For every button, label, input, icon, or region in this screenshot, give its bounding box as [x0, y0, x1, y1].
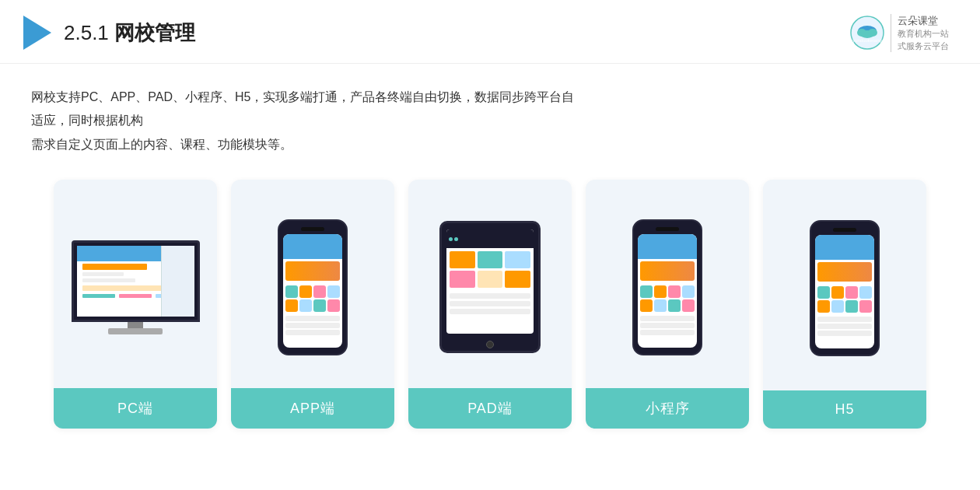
icon-dot [859, 286, 872, 299]
pad-image-area [408, 180, 572, 388]
icon-dot [668, 299, 681, 312]
phone-screen [283, 234, 342, 348]
pad-dot [454, 237, 458, 241]
pad-grid-item [478, 271, 503, 288]
miniprogram-image-area [586, 180, 749, 388]
phone-banner-h5 [817, 262, 872, 282]
card-pad-label: PAD端 [408, 388, 572, 429]
header: 2.5.1 网校管理 yunduoketang 云朵课堂 教育机构一站 [0, 0, 980, 64]
phone-list-item [640, 316, 695, 321]
icon-dot [845, 286, 858, 299]
app-mockup [278, 219, 348, 355]
pad-row [450, 293, 530, 299]
pad-row [450, 301, 530, 306]
card-app: APP端 [231, 180, 394, 429]
cards-section: PC端 [0, 164, 980, 452]
pc-bar2 [82, 272, 124, 276]
icon-dot [285, 299, 298, 312]
description-line2: 需求自定义页面上的内容、课程、功能模块等。 [31, 138, 292, 151]
page-title: 2.5.1 网校管理 [64, 19, 195, 47]
icon-dot [285, 285, 298, 298]
phone-screen-mini [638, 234, 697, 348]
icon-dot [640, 299, 653, 312]
title-main: 网校管理 [114, 21, 195, 44]
pad-grid-item [505, 271, 530, 288]
pad-grid-item [505, 251, 530, 268]
app-image-area [231, 180, 394, 388]
phone-icon-grid-mini [638, 283, 697, 314]
pc-mockup [72, 240, 200, 334]
brand-text: 云朵课堂 教育机构一站 式服务云平台 [891, 14, 949, 52]
phone-banner-mini [640, 261, 695, 281]
pc-bar3 [82, 278, 135, 282]
pc-screen-inner [77, 246, 194, 317]
description-block: 网校支持PC、APP、PAD、小程序、H5，实现多端打通，产品各终端自由切换，数… [0, 64, 607, 164]
pad-header [446, 229, 534, 248]
pad-mockup [439, 221, 541, 353]
phone-notch-h5 [833, 228, 856, 232]
phone-list-item [817, 331, 872, 336]
icon-dot [859, 300, 872, 313]
phone-notch-mini [656, 227, 679, 231]
description-line1: 网校支持PC、APP、PAD、小程序、H5，实现多端打通，产品各终端自由切换，数… [31, 90, 574, 127]
card-miniprogram: 小程序 [586, 180, 749, 429]
icon-dot [654, 299, 667, 312]
pc-screen-content [77, 246, 194, 317]
pad-grid-item [478, 251, 503, 268]
pc-base [108, 328, 163, 334]
pad-grid-item [450, 251, 475, 268]
brand-slogan: 教育机构一站 式服务云平台 [898, 28, 949, 52]
phone-screen-header-h5 [815, 235, 874, 260]
phone-screen-h5 [815, 235, 874, 348]
phone-icon-grid [283, 283, 342, 314]
h5-image-area [763, 180, 926, 390]
icon-dot [831, 286, 844, 299]
icon-dot [299, 299, 312, 312]
pc-sidebar [161, 246, 194, 317]
pad-home-button [486, 341, 494, 348]
icon-dot [668, 285, 681, 298]
pc-image-area [54, 180, 217, 388]
card-app-label: APP端 [231, 388, 394, 429]
icon-dot [654, 285, 667, 298]
pc-bar6 [119, 294, 152, 298]
pc-bar1 [82, 264, 147, 269]
brand-name: 云朵课堂 [898, 14, 949, 28]
card-pad: PAD端 [408, 180, 572, 429]
card-h5-label: H5 [763, 390, 926, 429]
brand-icon: yunduoketang [850, 16, 884, 50]
icon-dot [682, 285, 695, 298]
phone-list-item [285, 323, 340, 328]
card-miniprogram-label: 小程序 [586, 388, 749, 429]
phone-list-item [285, 330, 340, 335]
miniprogram-mockup [632, 219, 702, 355]
title-prefix: 2.5.1 [64, 21, 114, 44]
pc-screen-outer [72, 240, 200, 322]
phone-notch [301, 227, 324, 231]
icon-dot [327, 285, 340, 298]
pc-neck [128, 322, 143, 328]
phone-screen-header [283, 234, 342, 259]
svg-text:yunduoketang: yunduoketang [852, 38, 882, 43]
header-left: 2.5.1 网校管理 [23, 16, 195, 50]
icon-dot [313, 285, 326, 298]
icon-dot [640, 285, 653, 298]
pc-bar5 [82, 294, 115, 298]
phone-list-item [640, 330, 695, 335]
icon-dot [831, 300, 844, 313]
phone-banner [285, 261, 340, 281]
phone-icon-grid-h5 [815, 284, 874, 315]
card-pc-label: PC端 [54, 388, 217, 429]
phone-list-item [817, 317, 872, 322]
pad-grid-item [450, 271, 475, 288]
phone-list-item [817, 324, 872, 329]
card-pc: PC端 [54, 180, 217, 429]
phone-list-item [285, 316, 340, 321]
card-h5: H5 [763, 180, 926, 429]
icon-dot [682, 299, 695, 312]
pad-screen [446, 229, 534, 334]
icon-dot [817, 286, 830, 299]
logo-triangle-icon [23, 16, 51, 50]
icon-dot [817, 300, 830, 313]
icon-dot [327, 299, 340, 312]
